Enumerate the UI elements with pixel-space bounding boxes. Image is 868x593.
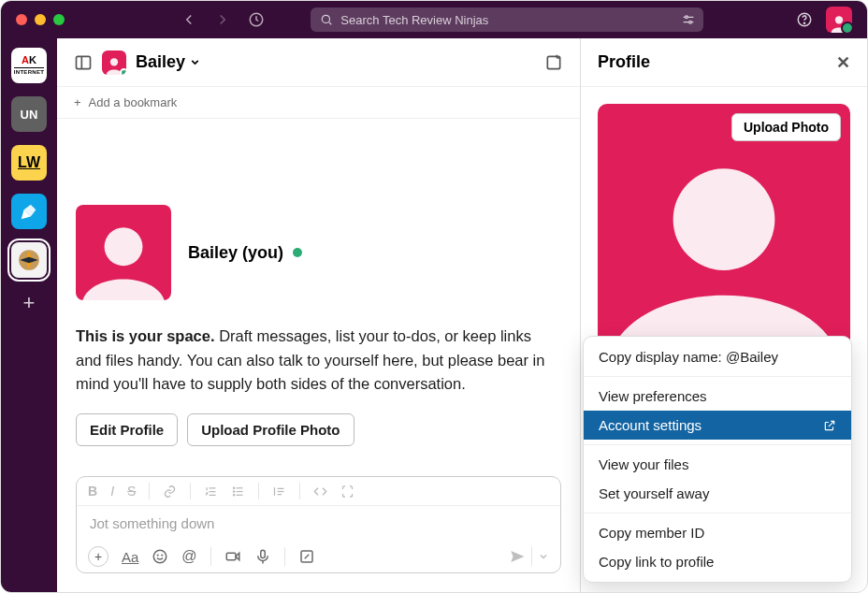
- self-name-label: Bailey (you): [188, 243, 302, 263]
- search-placeholder: Search Tech Review Ninjas: [340, 13, 488, 27]
- svg-line-2: [329, 22, 332, 25]
- bold-icon[interactable]: B: [88, 484, 97, 499]
- svg-point-23: [234, 490, 235, 491]
- channel-avatar-icon: [102, 51, 126, 75]
- svg-point-6: [689, 21, 692, 23]
- workspace-rail: AKINTERNET UN LW +: [1, 38, 57, 592]
- workspace-pen[interactable]: [11, 194, 47, 229]
- close-window-icon[interactable]: [16, 14, 27, 25]
- history-icon[interactable]: [248, 11, 265, 28]
- message-composer[interactable]: B I S Jot something down: [76, 476, 561, 573]
- menu-copy-display-name[interactable]: Copy display name: @Bailey: [584, 342, 851, 371]
- sidebar-toggle-icon[interactable]: [74, 53, 93, 72]
- emoji-icon[interactable]: [152, 548, 168, 565]
- presence-dot-icon: [293, 248, 302, 257]
- mention-icon[interactable]: @: [181, 548, 196, 565]
- upload-profile-photo-button[interactable]: Upload Profile Photo: [187, 413, 354, 446]
- presence-indicator-icon: [120, 68, 126, 75]
- workspace-current[interactable]: [11, 242, 47, 278]
- close-icon[interactable]: ✕: [836, 52, 850, 73]
- ordered-list-icon[interactable]: [204, 485, 218, 499]
- help-icon[interactable]: [796, 11, 813, 28]
- channel-name-label: Bailey: [136, 52, 185, 72]
- svg-point-13: [110, 58, 118, 65]
- codeblock-icon[interactable]: [340, 485, 354, 499]
- user-avatar[interactable]: [826, 7, 852, 33]
- search-icon: [320, 13, 333, 26]
- svg-point-29: [154, 550, 167, 563]
- svg-point-10: [19, 250, 39, 270]
- upload-photo-button[interactable]: Upload Photo: [731, 113, 841, 141]
- channel-name-button[interactable]: Bailey: [136, 52, 201, 72]
- text-format-icon[interactable]: Aa: [122, 549, 138, 565]
- chevron-down-icon: [189, 56, 201, 68]
- composer-input[interactable]: Jot something down: [77, 506, 560, 541]
- forward-icon[interactable]: [214, 11, 231, 28]
- menu-copy-link-profile[interactable]: Copy link to profile: [584, 547, 851, 576]
- channel-header: Bailey: [57, 38, 580, 87]
- attach-icon[interactable]: +: [88, 546, 108, 567]
- format-toolbar: B I S: [77, 477, 560, 506]
- self-avatar: [76, 205, 171, 300]
- svg-point-9: [835, 16, 843, 23]
- minimize-window-icon[interactable]: [35, 14, 46, 25]
- menu-account-settings[interactable]: Account settings: [584, 411, 851, 440]
- search-input[interactable]: Search Tech Review Ninjas: [311, 7, 703, 32]
- italic-icon[interactable]: I: [110, 484, 114, 499]
- svg-point-8: [803, 22, 804, 23]
- svg-rect-11: [77, 56, 91, 68]
- svg-point-1: [323, 15, 330, 22]
- filter-icon[interactable]: [681, 12, 696, 27]
- history-nav: [181, 11, 265, 28]
- workspace-un[interactable]: UN: [11, 96, 47, 132]
- menu-view-files[interactable]: View your files: [584, 450, 851, 479]
- svg-rect-34: [260, 550, 265, 557]
- send-icon[interactable]: [509, 548, 526, 565]
- link-icon[interactable]: [163, 485, 177, 499]
- back-icon[interactable]: [181, 11, 197, 28]
- message-area: Bailey (you) This is your space. Draft m…: [57, 119, 580, 463]
- svg-point-15: [105, 227, 143, 266]
- mic-icon[interactable]: [254, 548, 271, 565]
- plus-icon: +: [74, 95, 81, 109]
- svg-point-4: [686, 16, 688, 19]
- video-icon[interactable]: [224, 548, 241, 565]
- svg-point-30: [158, 555, 159, 556]
- svg-point-22: [234, 487, 235, 488]
- send-options-icon[interactable]: [538, 551, 549, 562]
- canvas-icon[interactable]: [544, 53, 563, 72]
- workspace-lw[interactable]: LW: [11, 145, 47, 181]
- bullet-list-icon[interactable]: [231, 485, 245, 499]
- menu-account-settings-label: Account settings: [599, 417, 702, 433]
- blockquote-icon[interactable]: [272, 485, 286, 499]
- menu-set-away[interactable]: Set yourself away: [584, 479, 851, 508]
- code-icon[interactable]: [313, 485, 327, 499]
- workspace-ak[interactable]: AKINTERNET: [11, 48, 47, 83]
- profile-context-menu: Copy display name: @Bailey View preferen…: [583, 336, 852, 583]
- menu-view-preferences[interactable]: View preferences: [584, 382, 851, 411]
- external-link-icon: [823, 419, 836, 432]
- edit-profile-button[interactable]: Edit Profile: [76, 413, 178, 446]
- add-workspace-icon[interactable]: +: [23, 291, 36, 315]
- svg-rect-32: [226, 553, 236, 560]
- svg-point-24: [234, 494, 235, 495]
- svg-point-38: [673, 168, 775, 270]
- profile-title: Profile: [598, 52, 650, 72]
- maximize-window-icon[interactable]: [53, 14, 65, 25]
- strike-icon[interactable]: S: [127, 484, 136, 499]
- intro-text: This is your space. Draft messages, list…: [76, 325, 561, 397]
- svg-line-37: [304, 555, 309, 559]
- add-bookmark-label: Add a bookmark: [89, 95, 178, 109]
- menu-copy-member-id[interactable]: Copy member ID: [584, 518, 851, 547]
- svg-point-31: [162, 555, 163, 556]
- bookmark-bar[interactable]: + Add a bookmark: [57, 87, 580, 119]
- shortcut-icon[interactable]: [298, 548, 315, 565]
- titlebar: Search Tech Review Ninjas: [1, 1, 867, 38]
- window-controls: [16, 14, 65, 25]
- profile-photo: Upload Photo: [598, 104, 850, 356]
